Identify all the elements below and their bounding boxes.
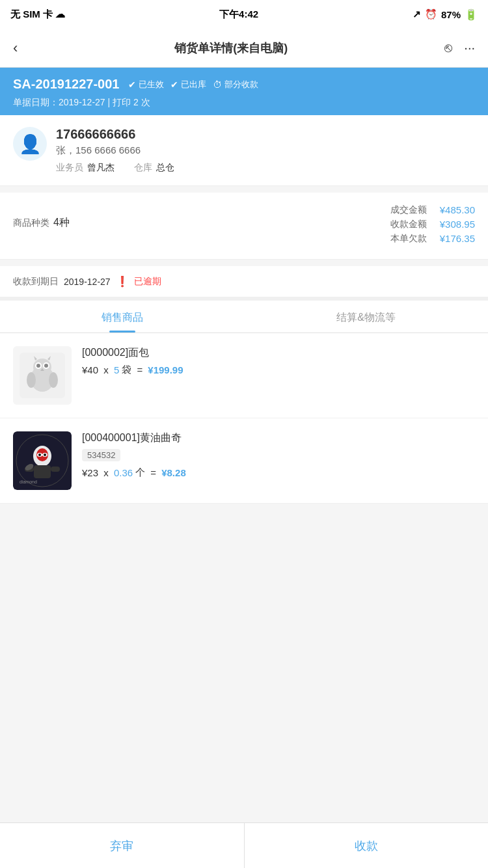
product-price-row-1: ¥40 x 5 袋 = ¥199.99 <box>82 364 475 376</box>
salesperson-item: 业务员 曾凡杰 <box>56 162 115 174</box>
share-icon[interactable]: ⎋ <box>444 40 452 55</box>
banner-date: 单据日期：2019-12-27 | 打印 2 次 <box>13 97 475 109</box>
owed-amount-label: 本单欠款 <box>390 233 427 245</box>
check-icon-1: ✔ <box>128 79 136 90</box>
kind-value: 4种 <box>53 216 70 230</box>
owed-amount-value: ¥176.35 <box>440 233 475 245</box>
salesperson-label: 业务员 <box>56 162 83 174</box>
product-details-1: [0000002]面包 ¥40 x 5 袋 = ¥199.99 <box>82 346 475 376</box>
tab-settlement-logistics[interactable]: 结算&物流等 <box>244 301 488 332</box>
warehouse-label: 仓库 <box>134 162 152 174</box>
product-item-2: diamond [000400001]黄油曲奇 534532 ¥23 x 0.3… <box>0 418 488 504</box>
due-section: 收款到期日 2019-12-27 ❗ 已逾期 <box>0 266 488 301</box>
product-thumbnail-2: diamond <box>13 431 72 490</box>
back-button[interactable]: ‹ <box>13 40 18 57</box>
customer-section: 👤 17666666666 张，156 6666 6666 业务员 曾凡杰 仓库… <box>0 115 488 186</box>
nav-bar: ‹ 销货单详情(来自电脑) ⎋ ··· <box>0 29 488 68</box>
svg-point-6 <box>44 364 48 368</box>
customer-phone: 张，156 6666 6666 <box>56 144 475 157</box>
status-right: ↗ ⏰ 87% 🔋 <box>413 8 478 21</box>
product-total-1: ¥199.99 <box>148 364 183 375</box>
svg-point-19 <box>44 454 46 456</box>
deal-amount-row: 成交金额 ¥485.30 <box>390 204 475 216</box>
stats-right: 成交金额 ¥485.30 收款金额 ¥308.95 本单欠款 ¥176.35 <box>390 204 475 247</box>
deal-amount-label: 成交金额 <box>390 204 427 216</box>
owed-amount-row: 本单欠款 ¥176.35 <box>390 233 475 245</box>
banner-badges: ✔ 已生效 ✔ 已出库 ⏱ 部分收款 <box>128 79 258 90</box>
overdue-text: 已逾期 <box>134 276 161 288</box>
product-image-2: diamond <box>13 431 72 490</box>
alarm-icon: ⏰ <box>425 8 437 20</box>
svg-point-18 <box>38 454 41 456</box>
tab-underline <box>109 331 135 332</box>
salesperson-value: 曾凡杰 <box>87 162 115 174</box>
product-item: [0000002]面包 ¥40 x 5 袋 = ¥199.99 <box>0 333 488 418</box>
status-bar: 无 SIM 卡 ☁ 下午4:42 ↗ ⏰ 87% 🔋 <box>0 0 488 29</box>
svg-point-11 <box>49 372 58 388</box>
more-icon[interactable]: ··· <box>464 40 475 55</box>
header-banner: SA-20191227-001 ✔ 已生效 ✔ 已出库 ⏱ 部分收款 单据日期：… <box>0 68 488 115</box>
bottom-bar: 弃审 收款 <box>0 822 488 868</box>
customer-avatar: 👤 <box>13 127 47 161</box>
overdue-icon: ❗ <box>116 275 129 288</box>
warehouse-value: 总仓 <box>156 162 174 174</box>
svg-text:diamond: diamond <box>20 480 37 484</box>
svg-point-10 <box>27 372 36 388</box>
customer-meta: 业务员 曾凡杰 仓库 总仓 <box>56 162 475 174</box>
received-amount-label: 收款金额 <box>390 219 427 230</box>
product-total-2: ¥8.28 <box>161 467 186 478</box>
received-amount-row: 收款金额 ¥308.95 <box>390 219 475 230</box>
customer-name: 17666666666 <box>56 127 475 142</box>
product-sku-2: 534532 <box>82 449 120 461</box>
product-details-2: [000400001]黄油曲奇 534532 ¥23 x 0.36 个 = ¥8… <box>82 431 475 479</box>
tabs-bar: 销售商品 结算&物流等 <box>0 301 488 333</box>
warehouse-item: 仓库 总仓 <box>134 162 174 174</box>
product-qty-2: 0.36 <box>114 467 133 478</box>
product-image-1 <box>13 346 72 405</box>
svg-rect-22 <box>51 467 60 472</box>
stats-left: 商品种类 4种 <box>13 204 70 230</box>
check-icon-2: ✔ <box>170 79 178 90</box>
product-price-row-2: ¥23 x 0.36 个 = ¥8.28 <box>82 467 475 479</box>
due-label: 收款到期日 <box>13 276 59 288</box>
kind-label: 商品种类 <box>13 217 49 229</box>
badge-effective: ✔ 已生效 <box>128 79 164 90</box>
battery-level: 87% <box>441 9 461 20</box>
badge-shipped: ✔ 已出库 <box>170 79 206 90</box>
stats-section: 商品种类 4种 成交金额 ¥485.30 收款金额 ¥308.95 本单欠款 ¥… <box>0 193 488 260</box>
status-time: 下午4:42 <box>219 8 258 21</box>
banner-top: SA-20191227-001 ✔ 已生效 ✔ 已出库 ⏱ 部分收款 <box>13 77 475 92</box>
product-name-1: [0000002]面包 <box>82 346 475 360</box>
battery-icon: 🔋 <box>465 8 478 21</box>
due-date: 2019-12-27 <box>64 277 111 287</box>
product-list: [0000002]面包 ¥40 x 5 袋 = ¥199.99 <box>0 333 488 504</box>
customer-info: 17666666666 张，156 6666 6666 业务员 曾凡杰 仓库 总… <box>56 127 475 174</box>
product-name-2: [000400001]黄油曲奇 <box>82 431 475 445</box>
received-amount-value: ¥308.95 <box>440 219 475 230</box>
tab-sales-products[interactable]: 销售商品 <box>0 301 244 332</box>
page-title: 销货单详情(来自电脑) <box>174 40 288 56</box>
badge-partial: ⏱ 部分收款 <box>213 79 258 90</box>
person-icon: 👤 <box>19 133 42 155</box>
cancel-review-button[interactable]: 弃审 <box>0 823 245 868</box>
svg-point-5 <box>36 364 40 368</box>
order-id: SA-20191227-001 <box>13 77 119 92</box>
deal-amount-value: ¥485.30 <box>440 204 475 216</box>
clock-icon: ⏱ <box>213 79 222 90</box>
product-qty-1: 5 <box>114 364 119 375</box>
sim-status: 无 SIM 卡 ☁ <box>10 8 65 21</box>
status-left: 无 SIM 卡 ☁ <box>10 8 65 21</box>
product-thumbnail-1 <box>20 353 65 398</box>
collect-payment-button[interactable]: 收款 <box>245 823 489 868</box>
svg-rect-20 <box>34 465 51 478</box>
nav-icons: ⎋ ··· <box>444 40 475 55</box>
location-icon: ↗ <box>413 8 421 20</box>
